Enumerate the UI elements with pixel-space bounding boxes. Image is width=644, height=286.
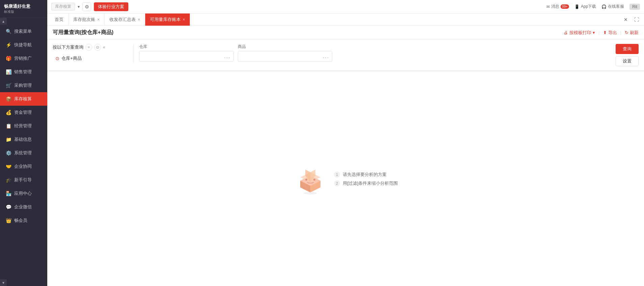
goods-input-wrapper: ... — [238, 51, 332, 62]
svg-point-8 — [304, 192, 317, 194]
export-button[interactable]: ⬆ 导出 — [603, 30, 617, 36]
breadcrumb-dropdown[interactable]: ▾ — [78, 4, 80, 9]
sidebar-item-label: 系统管理 — [14, 150, 32, 156]
tip-num-1: 1 — [334, 172, 340, 178]
tab-batch-ledger-close[interactable]: × — [97, 18, 100, 22]
sidebar-item-shortcut[interactable]: ⚡ 快捷导航 — [0, 38, 47, 52]
sidebar-item-system[interactable]: ⚙️ 系统管理 — [0, 146, 47, 160]
message-button[interactable]: ✉ 消息 99+ — [546, 4, 569, 9]
settings-scheme-button[interactable]: ⊙ — [94, 44, 101, 51]
sidebar-item-label: 采购管理 — [14, 82, 32, 88]
message-label: 消息 — [551, 4, 559, 9]
refresh-button[interactable]: ↻ 刷新 — [625, 30, 639, 36]
marketing-nav-icon: 🎁 — [5, 56, 11, 61]
scheme-title: 按以下方案查询 — [53, 44, 83, 50]
sidebar-item-inventory[interactable]: 📦 库存核算 — [0, 92, 47, 106]
message-icon: ✉ — [546, 4, 550, 9]
warehouse-filter-field: 仓库 ... — [139, 44, 234, 62]
sidebar-item-label: 营销推广 — [14, 55, 32, 61]
scheme-item-icon: ⊙ — [55, 56, 59, 61]
sidebar-item-apps[interactable]: 🏪 应用中心 — [0, 187, 47, 200]
tip-text-2: 用[过滤]条件来缩小分析范围 — [343, 180, 398, 186]
filter-area: 按以下方案查询 + ⊙ « ⊙ 仓库+商品 仓库 ... — [47, 40, 644, 71]
purchase-nav-icon: 🛒 — [5, 83, 11, 88]
sidebar-item-corp[interactable]: 🤝 企业协同 — [0, 160, 47, 173]
tab-home-label: 首页 — [55, 17, 63, 23]
svg-point-7 — [313, 179, 315, 181]
filter-settings-button[interactable]: 设置 — [616, 56, 639, 66]
finance-nav-icon: 💰 — [5, 110, 11, 115]
warehouse-more-button[interactable]: ... — [224, 53, 231, 59]
sales-nav-icon: 📊 — [5, 69, 11, 75]
sidebar-item-guide[interactable]: 🎓 新手引导 — [0, 173, 47, 187]
user-avatar[interactable]: Rit — [629, 4, 640, 10]
sidebar-item-finance[interactable]: 💰 资金管理 — [0, 106, 47, 119]
tab-batch-ledger-label: 库存批次账 — [73, 17, 95, 23]
customer-service-button[interactable]: 🎧 在线客服 — [601, 4, 624, 9]
sidebar-item-label: 企业微信 — [14, 204, 32, 210]
warehouse-input-wrapper: ... — [139, 51, 234, 62]
tab-maximize-button[interactable]: ⛶ — [632, 15, 641, 24]
tab-bar: 首页 库存批次账 × 收发存汇总表 × 可用量库存账本 × ✕ ⛶ — [47, 14, 644, 26]
top-header: 库存核算 ▾ ⚙ 体验行业方案 ✉ 消息 99+ 📱 App下载 🎧 在线客服 … — [47, 0, 644, 14]
print-label: 按模板打印 — [569, 30, 591, 36]
scheme-panel: 按以下方案查询 + ⊙ « ⊙ 仓库+商品 — [53, 44, 134, 63]
collapse-scheme-button[interactable]: « — [103, 45, 105, 50]
sidebar-item-sales[interactable]: 📊 销售管理 — [0, 65, 47, 79]
tab-receipt-summary[interactable]: 收发存汇总表 × — [105, 14, 145, 26]
tab-receipt-summary-label: 收发存汇总表 — [109, 17, 136, 23]
goods-filter-field: 商品 ... — [238, 44, 332, 62]
empty-state: 1 请先选择要分析的方案 2 用[过滤]条件来缩小分析范围 — [47, 72, 644, 286]
tab-available-ledger[interactable]: 可用量库存账本 × — [145, 14, 190, 26]
app-download-button[interactable]: 📱 App下载 — [574, 4, 596, 9]
tab-receipt-summary-close[interactable]: × — [138, 18, 140, 22]
tab-available-ledger-close[interactable]: × — [183, 18, 185, 22]
sidebar-item-marketing[interactable]: 🎁 营销推广 — [0, 52, 47, 65]
warehouse-input[interactable] — [142, 54, 224, 59]
empty-tips: 1 请先选择要分析的方案 2 用[过滤]条件来缩小分析范围 — [334, 172, 398, 186]
tab-home[interactable]: 首页 — [50, 14, 69, 26]
scheme-header: 按以下方案查询 + ⊙ « — [53, 44, 129, 51]
goods-more-button[interactable]: ... — [323, 53, 329, 59]
message-badge: 99+ — [561, 4, 569, 9]
sidebar-item-basic[interactable]: 📁 基础信息 — [0, 133, 47, 146]
sidebar-item-label: 企业协同 — [14, 163, 32, 170]
inventory-nav-icon: 📦 — [5, 96, 11, 102]
sidebar-item-label: 资金管理 — [14, 109, 32, 115]
goods-input[interactable] — [241, 54, 323, 59]
sidebar-item-operation[interactable]: 📋 经营管理 — [0, 119, 47, 133]
app-download-label: App下载 — [581, 4, 596, 9]
sidebar-nav: 🔍 搜索菜单 ⚡ 快捷导航 🎁 营销推广 📊 销售管理 🛒 采购管理 📦 库存核… — [0, 25, 47, 279]
sidebar-scroll-down[interactable]: ▼ — [0, 279, 7, 286]
sidebar-item-label: 基础信息 — [14, 136, 32, 142]
query-button[interactable]: 查询 — [616, 44, 639, 54]
sidebar-item-purchase[interactable]: 🛒 采购管理 — [0, 79, 47, 92]
print-dropdown-icon: ▾ — [593, 30, 595, 35]
scheme-warehouse-goods[interactable]: ⊙ 仓库+商品 — [53, 53, 129, 63]
sidebar-item-label: 经营管理 — [14, 123, 32, 129]
sidebar-item-search[interactable]: 🔍 搜索菜单 — [0, 25, 47, 38]
app-logo: 畅康通好生意 标准版 — [0, 0, 47, 18]
sidebar-item-label: 畅会员 — [14, 217, 27, 224]
empty-illustration — [293, 162, 327, 196]
page-content: 可用量查询(按仓库+商品) 🖨 按模板打印 ▾ | ⬆ 导出 | ↻ 刷新 — [47, 26, 644, 286]
app-download-icon: 📱 — [574, 4, 579, 9]
sidebar-scroll-up[interactable]: ▲ — [0, 18, 7, 25]
export-icon: ⬆ — [603, 30, 607, 35]
gear-button[interactable]: ⚙ — [82, 2, 91, 11]
page-actions: 🖨 按模板打印 ▾ | ⬆ 导出 | ↻ 刷新 — [564, 30, 639, 36]
page-header: 可用量查询(按仓库+商品) 🖨 按模板打印 ▾ | ⬆ 导出 | ↻ 刷新 — [47, 26, 644, 40]
member-nav-icon: 👑 — [5, 218, 11, 223]
refresh-label: 刷新 — [630, 30, 639, 36]
print-template-button[interactable]: 🖨 按模板打印 ▾ — [564, 30, 595, 36]
add-scheme-button[interactable]: + — [85, 44, 92, 51]
industry-solution-button[interactable]: 体验行业方案 — [94, 2, 128, 11]
tab-close-all-button[interactable]: ✕ — [621, 15, 630, 24]
tip-text-1: 请先选择要分析的方案 — [343, 172, 387, 178]
empty-box-svg — [293, 162, 327, 196]
search-nav-icon: 🔍 — [5, 29, 11, 34]
main-area: 库存核算 ▾ ⚙ 体验行业方案 ✉ 消息 99+ 📱 App下载 🎧 在线客服 … — [47, 0, 644, 286]
tab-batch-ledger[interactable]: 库存批次账 × — [69, 14, 105, 26]
sidebar-item-wechat[interactable]: 💬 企业微信 — [0, 200, 47, 214]
sidebar-item-member[interactable]: 👑 畅会员 — [0, 214, 47, 227]
